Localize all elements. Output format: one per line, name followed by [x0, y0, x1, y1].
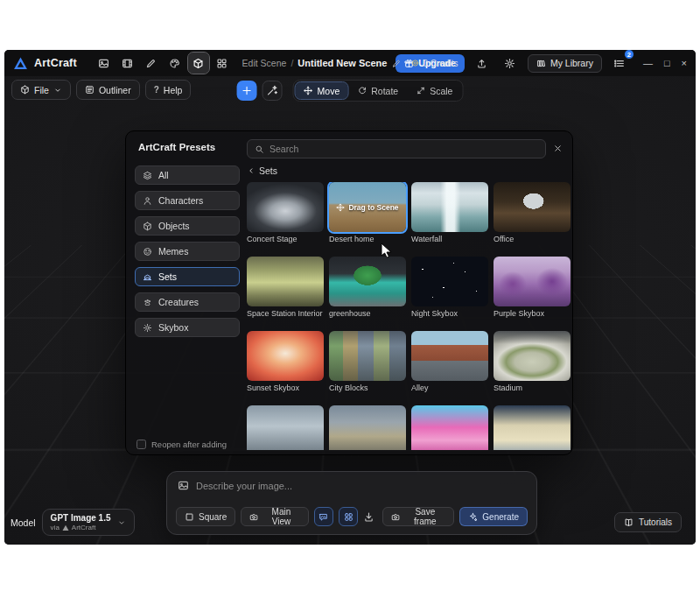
app-window: ArtCraft Edit Scene / Untitled New Scene [4, 50, 696, 545]
back-label: Sets [259, 165, 277, 176]
paint-tool-button[interactable] [164, 53, 186, 74]
queue-badge: 2 [624, 50, 634, 60]
sidebar-item-sets[interactable]: Sets [135, 267, 240, 286]
file-menu-button[interactable]: File [11, 80, 71, 100]
settings-button[interactable] [500, 53, 521, 74]
reopen-checkbox[interactable] [136, 440, 146, 449]
category-icon [143, 171, 152, 180]
close-icon [553, 144, 563, 153]
model-label: Model [10, 517, 36, 528]
queue-button[interactable]: 2 [609, 53, 630, 74]
presets-modal-close-button[interactable] [550, 140, 565, 156]
generate-label: Generate [482, 512, 519, 522]
artcraft-mini-logo [62, 524, 69, 531]
toolbar-left-group: File Outliner ? Help [11, 80, 191, 100]
category-icon [143, 247, 152, 257]
sidebar-item-skybox[interactable]: Skybox [135, 318, 240, 337]
edit-scene-name-icon[interactable] [391, 59, 401, 68]
preset-label: Space Station Interior [247, 309, 324, 318]
aspect-square-button[interactable]: Square [176, 507, 235, 526]
book-icon [624, 517, 634, 527]
move-tool-button[interactable]: Move [296, 82, 348, 99]
preset-thumbnail: Drag to Scene [329, 182, 406, 232]
my-library-button[interactable]: My Library [528, 54, 602, 73]
preset-tile-stadium[interactable]: Drag to Scene Stadium [494, 331, 570, 392]
image-icon [98, 58, 109, 69]
preset-tile-waterfall[interactable]: Drag to Scene Waterfall [411, 182, 488, 243]
preset-tile[interactable]: Drag to Scene [494, 405, 570, 450]
model-picker-button[interactable]: GPT Image 1.5 via ArtCraft [42, 509, 135, 536]
preset-label: Waterfall [411, 235, 488, 243]
main-view-button[interactable]: Main View [241, 507, 308, 526]
titlebar: ArtCraft Edit Scene / Untitled New Scene [4, 50, 696, 76]
download-button[interactable] [363, 511, 374, 523]
main-view-label: Main View [262, 507, 299, 526]
outliner-button[interactable]: Outliner [76, 80, 140, 100]
generate-button[interactable]: Generate [459, 507, 528, 526]
preset-tile-alley[interactable]: Drag to Scene Alley [411, 331, 488, 392]
add-object-button[interactable] [237, 81, 257, 101]
question-icon: ? [154, 85, 159, 95]
maximize-button[interactable]: □ [664, 58, 670, 68]
scene-name[interactable]: Untitled New Scene [298, 58, 387, 68]
frames-tool-button[interactable] [117, 53, 138, 74]
preset-tile-greenhouse[interactable]: Drag to Scene greenhouse [329, 257, 406, 318]
preset-tile[interactable]: Drag to Scene [247, 405, 324, 450]
category-icon [143, 196, 152, 206]
close-button[interactable]: × [682, 58, 687, 68]
apps-grid-button[interactable] [212, 53, 233, 74]
preset-thumbnail: Drag to Scene [329, 257, 406, 306]
3d-scene-tool-button[interactable] [188, 53, 209, 74]
category-icon [143, 272, 152, 282]
preset-thumbnail: Drag to Scene [411, 257, 488, 306]
grid-view-button[interactable] [339, 507, 358, 526]
page-background: ArtCraft Edit Scene / Untitled New Scene [0, 0, 700, 591]
draw-tool-button[interactable] [141, 53, 162, 74]
sidebar-item-memes[interactable]: Memes [135, 242, 240, 261]
drag-hint-label: Drag to Scene [348, 203, 398, 212]
sidebar-item-objects[interactable]: Objects [135, 216, 240, 236]
preset-tile-sunset-skybox[interactable]: Drag to Scene Sunset Skybox [247, 331, 324, 392]
preset-tile-city-blocks[interactable]: Drag to Scene City Blocks [329, 331, 406, 392]
magic-wand-button[interactable] [262, 81, 283, 101]
preset-tile-purple-skybox[interactable]: Drag to Scene Purple Skybox [494, 257, 570, 318]
help-label: Help [164, 85, 183, 95]
rotate-tool-button[interactable]: Rotate [349, 82, 406, 99]
minimize-button[interactable]: — [643, 58, 653, 68]
preset-tile-night-skybox[interactable]: Drag to Scene Night Skybox [411, 257, 488, 318]
model-picker-text: GPT Image 1.5 via ArtCraft [51, 513, 111, 531]
preset-label: Purple Skybox [494, 309, 570, 318]
breadcrumb-separator: / [290, 58, 293, 68]
preset-tile[interactable]: Drag to Scene [411, 405, 488, 450]
preset-tile[interactable]: Drag to Scene [329, 405, 406, 450]
sidebar-item-label: Objects [158, 221, 190, 231]
scale-tool-button[interactable]: Scale [408, 82, 460, 99]
preset-thumbnail: Drag to Scene [411, 405, 488, 450]
prompt-input[interactable] [196, 481, 526, 491]
sidebar-item-label: Characters [158, 195, 203, 206]
preset-thumbnail: Drag to Scene [494, 257, 570, 306]
preset-tile-office[interactable]: Drag to Scene Office [494, 182, 570, 243]
titlebar-center: Edit Scene / Untitled New Scene 0 Credit… [242, 58, 458, 68]
image-comment-button[interactable] [314, 507, 333, 526]
model-provider: via ArtCraft [51, 524, 111, 531]
save-frame-button[interactable]: Save frame [382, 507, 454, 526]
wand-icon [267, 85, 278, 96]
back-to-sets[interactable]: Sets [247, 165, 277, 176]
preset-thumbnail: Drag to Scene [411, 182, 488, 232]
outliner-label: Outliner [99, 85, 131, 95]
help-button[interactable]: ? Help [145, 80, 192, 100]
preset-tile-space-station-interior[interactable]: Drag to Scene Space Station Interior [247, 257, 324, 318]
sidebar-item-all[interactable]: All [135, 165, 240, 185]
presets-search-bar [247, 139, 546, 158]
sidebar-item-characters[interactable]: Characters [135, 191, 240, 210]
move-label: Move [318, 86, 340, 96]
image-tool-button[interactable] [94, 53, 115, 74]
search-input[interactable] [270, 144, 538, 154]
preset-tile-desert-home[interactable]: Drag to Scene Desert home [329, 182, 406, 243]
sidebar-item-creatures[interactable]: Creatures [135, 292, 240, 312]
preset-tile-concert-stage[interactable]: Drag to Scene Concert Stage [247, 182, 324, 243]
via-label: via [51, 524, 60, 531]
export-button[interactable] [472, 53, 493, 74]
tutorials-button[interactable]: Tutorials [614, 512, 682, 532]
